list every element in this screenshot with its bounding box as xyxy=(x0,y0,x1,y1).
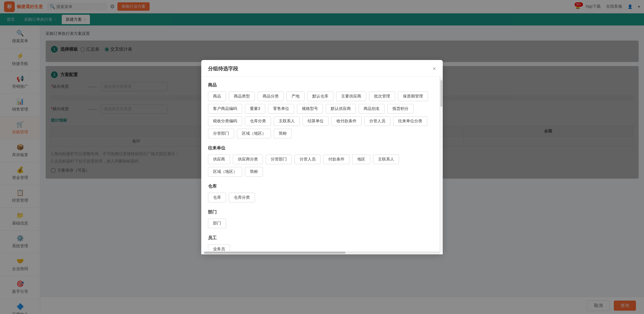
field-group-staff-title: 员工 xyxy=(208,235,433,241)
dept-tags: 部门 xyxy=(208,218,433,228)
tag-goods-分管部门[interactable]: 分管部门 xyxy=(208,129,234,138)
field-group-goods-title: 商品 xyxy=(208,82,433,88)
goods-tags: 商品 商品类型 商品分类 产地 默认仓库 主要供应商 批次管理 保质期管理 客户… xyxy=(208,91,433,138)
tag-goods-往来单位分类[interactable]: 往来单位分类 xyxy=(393,116,427,126)
modal-inner: 商品 商品 商品类型 商品分类 产地 默认仓库 主要供应商 批次管理 保质期管理… xyxy=(201,77,443,251)
tag-partner-供应商分类[interactable]: 供应商分类 xyxy=(233,154,263,164)
tag-goods-税收分类编码[interactable]: 税收分类编码 xyxy=(208,116,242,126)
field-group-warehouse: 仓库 仓库 仓库分类 xyxy=(208,183,433,202)
tag-goods-规格型号[interactable]: 规格型号 xyxy=(297,104,323,114)
tag-goods-分管人员[interactable]: 分管人员 xyxy=(364,116,390,126)
hscroll-track xyxy=(204,252,440,254)
modal-header: 分组待选字段 × xyxy=(201,60,443,77)
field-group-staff: 员工 业务员 xyxy=(208,235,433,251)
tag-goods-商品类型[interactable]: 商品类型 xyxy=(229,91,255,101)
tag-partner-分管人员[interactable]: 分管人员 xyxy=(294,154,321,164)
tag-partner-付款条件[interactable]: 付款条件 xyxy=(323,154,350,164)
tag-partner-地区[interactable]: 地区 xyxy=(352,154,370,164)
staff-tags: 业务员 xyxy=(208,244,433,251)
tag-goods-仓库分类[interactable]: 仓库分类 xyxy=(245,116,271,126)
partner-tags: 供应商 供应商分类 分管部门 分管人员 付款条件 地区 主联系人 区域（地区） … xyxy=(208,154,433,177)
tag-staff-业务员[interactable]: 业务员 xyxy=(208,244,230,251)
tag-goods-主联系人[interactable]: 主联系人 xyxy=(274,116,300,126)
tag-partner-区域地区[interactable]: 区域（地区） xyxy=(208,167,242,177)
field-group-dept-title: 部门 xyxy=(208,209,433,215)
tag-goods-批次管理[interactable]: 批次管理 xyxy=(369,91,395,101)
tag-partner-分管部门[interactable]: 分管部门 xyxy=(266,154,292,164)
tag-goods-商品[interactable]: 商品 xyxy=(208,91,226,101)
vscroll-thumb xyxy=(440,80,442,107)
tag-goods-区域地区[interactable]: 区域（地区） xyxy=(237,129,271,138)
tag-goods-结算单位[interactable]: 结算单位 xyxy=(303,116,329,126)
tag-warehouse-仓库[interactable]: 仓库 xyxy=(208,193,226,202)
tag-partner-主联系人[interactable]: 主联系人 xyxy=(373,154,399,164)
modal-overlay: 分组待选字段 × 商品 商品 商品类型 商品分类 产地 默认仓库 主要供应商 批… xyxy=(0,0,644,314)
tag-goods-收付款条件[interactable]: 收付款条件 xyxy=(331,116,362,126)
tag-goods-默认供应商[interactable]: 默认供应商 xyxy=(326,104,356,114)
field-group-goods: 商品 商品 商品类型 商品分类 产地 默认仓库 主要供应商 批次管理 保质期管理… xyxy=(208,82,433,138)
tag-goods-客户商品编码[interactable]: 客户商品编码 xyxy=(208,104,242,114)
tag-goods-重量3[interactable]: 重量3 xyxy=(245,104,265,114)
field-group-dept: 部门 部门 xyxy=(208,209,433,228)
hscroll-thumb xyxy=(204,252,345,254)
tag-goods-商品分类[interactable]: 商品分类 xyxy=(258,91,284,101)
modal-close-button[interactable]: × xyxy=(432,65,436,72)
tag-warehouse-仓库分类[interactable]: 仓库分类 xyxy=(229,193,255,202)
tag-partner-简称[interactable]: 简称 xyxy=(245,167,263,177)
modal-dialog: 分组待选字段 × 商品 商品 商品类型 商品分类 产地 默认仓库 主要供应商 批… xyxy=(201,60,443,254)
field-group-partner: 往来单位 供应商 供应商分类 分管部门 分管人员 付款条件 地区 主联系人 区域… xyxy=(208,145,433,177)
modal-hscroll[interactable] xyxy=(201,251,443,254)
tag-goods-保质期管理[interactable]: 保质期管理 xyxy=(398,91,428,101)
field-group-partner-title: 往来单位 xyxy=(208,145,433,151)
tag-goods-拣货积分[interactable]: 拣货积分 xyxy=(387,104,414,114)
modal-body[interactable]: 商品 商品 商品类型 商品分类 产地 默认仓库 主要供应商 批次管理 保质期管理… xyxy=(201,77,439,251)
tag-dept-部门[interactable]: 部门 xyxy=(208,218,226,228)
tag-goods-默认仓库[interactable]: 默认仓库 xyxy=(307,91,333,101)
modal-right-scroll[interactable] xyxy=(439,77,443,251)
tag-goods-产地[interactable]: 产地 xyxy=(286,91,305,101)
warehouse-tags: 仓库 仓库分类 xyxy=(208,193,433,202)
tag-goods-商品别名[interactable]: 商品别名 xyxy=(359,104,385,114)
modal-title: 分组待选字段 xyxy=(208,66,238,72)
tag-goods-零售单位[interactable]: 零售单位 xyxy=(268,104,294,114)
tag-partner-供应商[interactable]: 供应商 xyxy=(208,154,230,164)
tag-goods-简称[interactable]: 简称 xyxy=(274,129,292,138)
field-group-warehouse-title: 仓库 xyxy=(208,183,433,189)
tag-goods-主要供应商[interactable]: 主要供应商 xyxy=(336,91,366,101)
